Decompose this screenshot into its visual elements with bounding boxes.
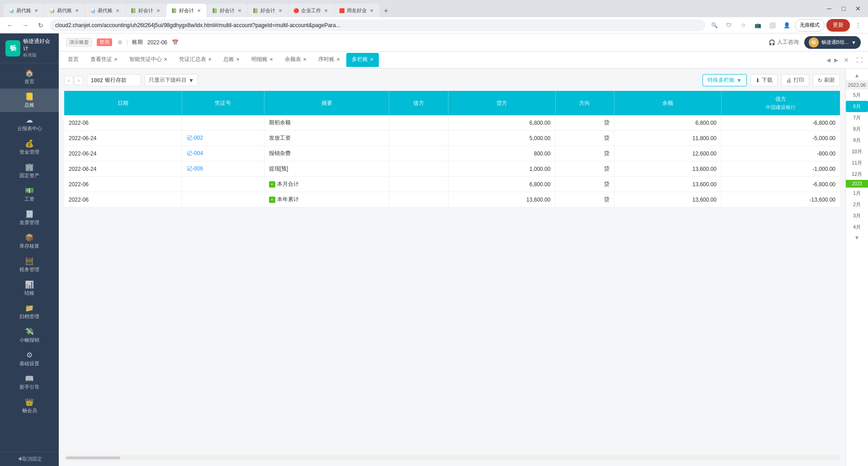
calendar-month-7[interactable]: 7月 <box>846 112 868 123</box>
horizontal-scrollbar[interactable] <box>64 455 840 461</box>
shield-icon[interactable]: 🛡 <box>722 19 735 32</box>
tab-journal[interactable]: 序时账 ✕ <box>313 53 345 67</box>
sidebar-item-cloud-report[interactable]: ☁ 云报表中心 <box>0 112 59 136</box>
tab-close-3[interactable]: ✕ <box>114 7 121 14</box>
forward-button[interactable]: → <box>19 19 32 32</box>
calendar-month-6[interactable]: 6月 <box>846 101 868 112</box>
back-button[interactable]: ← <box>4 19 16 32</box>
close-panel-button[interactable]: ✕ <box>842 55 851 66</box>
sidebar-item-fund[interactable]: 💰 资金管理 <box>0 136 59 159</box>
tab-scroll-left[interactable]: ◀ <box>826 57 830 63</box>
menu-icon[interactable]: ⋮ <box>852 19 864 32</box>
calendar-month-5[interactable]: 5月 <box>846 89 868 101</box>
refresh-button[interactable]: ↻ 刷新 <box>813 74 840 86</box>
tab-general-ledger-close[interactable]: ✕ <box>236 57 240 62</box>
cast-icon[interactable]: 📺 <box>751 19 764 32</box>
search-icon[interactable]: 🔍 <box>708 19 721 32</box>
sidebar-item-ledger[interactable]: 📒 总账 <box>0 89 59 112</box>
tab-balance-sheet[interactable]: 余额表 ✕ <box>279 53 312 67</box>
sidebar-item-settings[interactable]: ⚙ 基础设置 <box>0 347 59 371</box>
browser-tab-9[interactable]: 🟥 用友好业 ✕ <box>334 4 379 17</box>
tab-home[interactable]: 首页 <box>62 53 84 67</box>
download-button[interactable]: ⬇ 下载 <box>750 74 778 86</box>
tab-detail-ledger-close[interactable]: ✕ <box>269 57 273 62</box>
account-selector[interactable]: 1002 银行存款 <box>87 74 141 86</box>
browser-tab-5[interactable]: 📗 好会计 ✕ <box>166 4 207 17</box>
tab-view-voucher-close[interactable]: ✕ <box>114 57 118 62</box>
voucher-link[interactable]: 记-006 <box>187 165 203 172</box>
browser-tab-8[interactable]: 🔴 企业工作 ✕ <box>288 4 334 17</box>
tab-general-ledger[interactable]: 总账 ✕ <box>218 53 245 67</box>
calendar-month-8[interactable]: 8月 <box>846 123 868 135</box>
calendar-month-2023-1[interactable]: 1月 <box>846 188 868 199</box>
sidebar-item-payroll[interactable]: 💵 工资 <box>0 183 59 206</box>
extensions-icon[interactable]: ⬜ <box>766 19 778 32</box>
tab-smart-voucher[interactable]: 智能凭证中心 ✕ <box>124 53 173 67</box>
tab-voucher-summary[interactable]: 凭证汇总表 ✕ <box>174 53 217 67</box>
profile-icon[interactable]: 👤 <box>780 19 793 32</box>
sidebar-item-home[interactable]: 🏠 首页 <box>0 65 59 89</box>
calendar-month-2023-2[interactable]: 2月 <box>846 199 868 210</box>
tab-smart-voucher-close[interactable]: ✕ <box>164 57 167 62</box>
tab-journal-close[interactable]: ✕ <box>336 57 340 62</box>
tab-balance-sheet-close[interactable]: ✕ <box>303 57 307 62</box>
multi-col-button[interactable]: 特殊多栏账 ▼ <box>703 74 747 86</box>
tab-close-2[interactable]: ✕ <box>74 7 80 14</box>
restore-button[interactable]: □ <box>837 2 850 15</box>
close-button[interactable]: ✕ <box>852 2 864 15</box>
new-tab-button[interactable]: + <box>380 5 392 17</box>
tab-voucher-summary-close[interactable]: ✕ <box>208 57 212 62</box>
scroll-thumb[interactable] <box>66 457 120 459</box>
tab-scroll-right[interactable]: ▶ <box>834 57 838 63</box>
update-button[interactable]: 更新 <box>826 19 850 32</box>
sidebar-item-guide[interactable]: 📖 新手引导 <box>0 371 59 394</box>
calendar-month-2023-3[interactable]: 3月 <box>846 210 868 221</box>
reload-button[interactable]: ↻ <box>34 19 47 32</box>
sidebar-item-close-account[interactable]: 📊 结账 <box>0 277 59 300</box>
tab-close-6[interactable]: ✕ <box>236 7 243 14</box>
sidebar-item-archive[interactable]: 📁 归档管理 <box>0 300 59 324</box>
sidebar-item-tax[interactable]: 🧮 税务管理 <box>0 253 59 277</box>
tab-close-1[interactable]: ✕ <box>33 7 39 14</box>
calendar-month-9[interactable]: 9月 <box>846 135 868 146</box>
next-account-button[interactable]: › <box>74 76 83 85</box>
wuhen-button[interactable]: 无痕模式 <box>795 19 825 32</box>
tab-close-8[interactable]: ✕ <box>323 7 329 14</box>
tab-close-9[interactable]: ✕ <box>368 7 375 14</box>
tab-view-voucher[interactable]: 查看凭证 ✕ <box>85 53 123 67</box>
voucher-link[interactable]: 记-004 <box>187 150 203 156</box>
calendar-month-11[interactable]: 11月 <box>846 157 868 169</box>
tab-detail-ledger[interactable]: 明细账 ✕ <box>246 53 278 67</box>
expand-panel-button[interactable]: ⛶ <box>854 55 864 66</box>
filter-button[interactable]: 只显示下级科目 ▼ <box>145 74 198 86</box>
tab-close-7[interactable]: ✕ <box>277 7 283 14</box>
tab-multi-col[interactable]: 多栏账 ✕ <box>346 53 379 67</box>
calendar-month-10[interactable]: 10月 <box>846 146 868 157</box>
voucher-link[interactable]: 记-002 <box>187 135 203 141</box>
browser-tab-4[interactable]: 📗 好会计 ✕ <box>126 4 166 17</box>
browser-tab-1[interactable]: 📊 易代账 ✕ <box>4 4 44 17</box>
tab-close-5[interactable]: ✕ <box>196 7 202 14</box>
calendar-icon[interactable]: 📅 <box>172 39 179 46</box>
sidebar-item-expense[interactable]: 💸 小畅报销 <box>0 324 59 347</box>
user-info[interactable]: 畅 畅捷通B组... ▼ <box>804 36 861 49</box>
tab-close-4[interactable]: ✕ <box>155 7 161 14</box>
browser-tab-2[interactable]: 📊 易代账 ✕ <box>44 4 85 17</box>
panel-scroll-up[interactable]: ▲ <box>853 71 862 80</box>
calendar-month-2023-4[interactable]: 4月 <box>846 221 868 233</box>
print-button[interactable]: 🖨 打印 <box>781 74 809 86</box>
sidebar-item-invoice[interactable]: 🧾 发票管理 <box>0 206 59 230</box>
browser-tab-6[interactable]: 📗 好会计 ✕ <box>207 4 247 17</box>
address-input[interactable] <box>50 19 705 31</box>
tab-multi-col-close[interactable]: ✕ <box>370 57 373 62</box>
calendar-month-12[interactable]: 12月 <box>846 169 868 180</box>
minimize-button[interactable]: ─ <box>823 2 835 15</box>
sidebar-item-fixed-assets[interactable]: 🏢 固定资产 <box>0 159 59 183</box>
settings-gear-icon[interactable]: ⚙ <box>118 39 123 46</box>
pin-button[interactable]: ◀取消固定 <box>4 456 55 462</box>
browser-tab-3[interactable]: 📊 易代账 ✕ <box>85 4 125 17</box>
panel-scroll-down[interactable]: ▼ <box>853 233 862 243</box>
star-icon[interactable]: ☆ <box>737 19 750 32</box>
sidebar-item-inventory[interactable]: 📦 库存核算 <box>0 230 59 253</box>
browser-tab-7[interactable]: 📗 好会计 ✕ <box>248 4 288 17</box>
